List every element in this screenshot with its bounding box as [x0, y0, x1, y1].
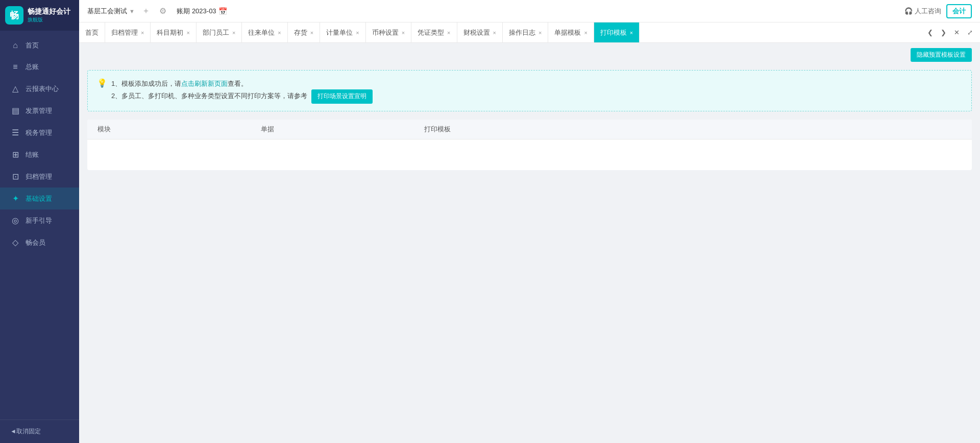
- topbar-period: 账期 2023-03 📅: [177, 7, 227, 16]
- tab-measure-unit[interactable]: 计量单位×: [320, 22, 365, 42]
- tab-close-measure-unit[interactable]: ×: [356, 30, 359, 36]
- sidebar-item-settings[interactable]: ✦基础设置: [0, 188, 79, 209]
- tab-label-supplier: 往来单位: [248, 28, 275, 37]
- sidebar-label-member: 畅会员: [26, 238, 45, 247]
- tabbar-controls: ❮ ❯ ✕ ⤢: [920, 22, 980, 42]
- tab-currency[interactable]: 币种设置×: [366, 22, 411, 42]
- tab-label-op-log: 操作日志: [509, 28, 535, 37]
- logo-icon: 畅: [5, 6, 23, 25]
- settings-icon: ✦: [10, 194, 20, 203]
- member-icon: ◇: [10, 238, 20, 247]
- tab-voucher-type[interactable]: 凭证类型×: [411, 22, 457, 42]
- notice-line1: 1、模板添加成功后，请点击刷新新页面查看。: [111, 78, 373, 89]
- guide-icon: ◎: [10, 216, 20, 225]
- tab-close-voucher-type[interactable]: ×: [447, 30, 450, 36]
- tab-label-home: 首页: [85, 28, 99, 37]
- notice-refresh-link[interactable]: 点击刷新新页面: [181, 80, 228, 87]
- sidebar-item-tax[interactable]: ☰税务管理: [0, 122, 79, 144]
- sidebar-label-settings: 基础设置: [26, 194, 52, 203]
- customer-service-button[interactable]: 🎧 人工咨询: [904, 7, 941, 16]
- sidebar-label-report: 云报表中心: [26, 84, 59, 94]
- hide-preview-template-button[interactable]: 隐藏预置模板设置: [911, 48, 972, 62]
- tab-supplier[interactable]: 往来单位×: [242, 22, 287, 42]
- sidebar-footer-cancel-pin[interactable]: ◄取消固定: [0, 419, 79, 443]
- tab-close-print-template[interactable]: ×: [630, 30, 633, 36]
- sidebar-label-invoice: 发票管理: [26, 106, 52, 115]
- notice-content: 💡 1、模板添加成功后，请点击刷新新页面查看。 2、多员工、多打印机、多种业务类…: [97, 78, 962, 104]
- tab-label-currency: 币种设置: [372, 28, 399, 37]
- tab-dept-staff[interactable]: 部门员工×: [197, 22, 242, 42]
- period-label: 账期: [177, 7, 190, 16]
- invoice-icon: ▤: [10, 106, 20, 115]
- tab-label-measure-unit: 计量单位: [326, 28, 353, 37]
- tab-single-template[interactable]: 单据模板×: [548, 22, 594, 42]
- company-dropdown-arrow: ▼: [129, 8, 135, 14]
- tab-close-archive-mgmt[interactable]: ×: [141, 30, 144, 36]
- service-label: 人工咨询: [915, 7, 941, 16]
- tab-close-op-log[interactable]: ×: [538, 30, 542, 36]
- sidebar-item-invoice[interactable]: ▤发票管理: [0, 100, 79, 122]
- tab-close-tax-settings[interactable]: ×: [493, 30, 496, 36]
- tab-subject-init[interactable]: 科目期初×: [151, 22, 196, 42]
- tab-print-template[interactable]: 打印模板×: [594, 22, 640, 42]
- col-header-template: 打印模板: [414, 125, 972, 134]
- calendar-icon: 📅: [218, 7, 227, 15]
- tab-close-subject-init[interactable]: ×: [186, 30, 189, 36]
- sidebar-label-close: 结账: [26, 150, 39, 159]
- tab-label-archive-mgmt: 归档管理: [111, 28, 138, 37]
- sidebar-label-home: 首页: [26, 41, 39, 50]
- tab-close-inventory[interactable]: ×: [310, 30, 313, 36]
- tab-archive-mgmt[interactable]: 归档管理×: [105, 22, 151, 42]
- logo-title: 畅捷通好会计: [28, 7, 70, 16]
- tab-close-dept-staff[interactable]: ×: [232, 30, 235, 36]
- content-wrapper: 隐藏预置模板设置 💡 1、模板添加成功后，请点击刷新新页面查看。 2、多员工、多…: [79, 43, 980, 443]
- sidebar-item-member[interactable]: ◇畅会员: [0, 231, 79, 253]
- table-header: 模块 单据 打印模板: [87, 120, 972, 139]
- logo-subtitle: 旗舰版: [28, 16, 70, 24]
- sidebar-item-ledger[interactable]: ≡总账: [0, 56, 79, 78]
- tab-op-log[interactable]: 操作日志×: [503, 22, 548, 42]
- tab-label-tax-settings: 财税设置: [463, 28, 490, 37]
- headset-icon: 🎧: [904, 7, 913, 15]
- add-tab-button[interactable]: ＋: [140, 6, 152, 16]
- settings-gear-icon[interactable]: ⚙: [157, 6, 168, 16]
- sidebar-item-guide[interactable]: ◎新手引导: [0, 209, 79, 231]
- tab-inventory[interactable]: 存货×: [288, 22, 320, 42]
- sidebar-item-home[interactable]: ⌂首页: [0, 35, 79, 56]
- tab-close-currency[interactable]: ×: [402, 30, 405, 36]
- topbar-company[interactable]: 基层工会测试 ▼: [87, 7, 135, 16]
- logo-text: 畅捷通好会计 旗舰版: [28, 7, 70, 24]
- col-header-doc: 单据: [251, 125, 414, 134]
- sidebar-label-ledger: 总账: [26, 62, 39, 72]
- cancel-pin-label: ◄取消固定: [10, 427, 41, 436]
- kuaiji-label: 会计: [952, 7, 966, 15]
- kuaiji-badge[interactable]: 会计: [946, 4, 972, 18]
- tab-close-all-button[interactable]: ✕: [950, 27, 963, 39]
- tab-close-single-template[interactable]: ×: [584, 30, 587, 36]
- tab-scroll-right-button[interactable]: ❯: [937, 27, 949, 39]
- tab-tax-settings[interactable]: 财税设置×: [457, 22, 503, 42]
- notice-line1-suffix: 查看。: [228, 80, 248, 87]
- content-inner: 💡 1、模板添加成功后，请点击刷新新页面查看。 2、多员工、多打印机、多种业务类…: [79, 62, 980, 178]
- topbar-right: 🎧 人工咨询 会计: [904, 4, 972, 18]
- sidebar-label-tax: 税务管理: [26, 128, 52, 137]
- sidebar-item-close[interactable]: ⊞结账: [0, 144, 79, 166]
- sidebar-label-guide: 新手引导: [26, 216, 52, 225]
- tab-home[interactable]: 首页: [79, 22, 105, 42]
- print-scene-button[interactable]: 打印场景设置宣明: [311, 89, 373, 104]
- report-icon: △: [10, 84, 20, 94]
- sidebar-item-report[interactable]: △云报表中心: [0, 78, 79, 100]
- home-icon: ⌂: [10, 41, 20, 50]
- notice-line2-prefix: 2、多员工、多打印机、多种业务类型设置不同打印方案等，请参考: [111, 92, 307, 100]
- period-value: 2023-03: [192, 7, 216, 15]
- company-name: 基层工会测试: [87, 7, 127, 16]
- sidebar-nav: ⌂首页≡总账△云报表中心▤发票管理☰税务管理⊞结账⊡归档管理✦基础设置◎新手引导…: [0, 31, 79, 419]
- tab-maximize-button[interactable]: ⤢: [964, 27, 976, 39]
- tab-scroll-left-button[interactable]: ❮: [924, 27, 936, 39]
- notice-text: 1、模板添加成功后，请点击刷新新页面查看。 2、多员工、多打印机、多种业务类型设…: [111, 78, 373, 104]
- tab-close-supplier[interactable]: ×: [278, 30, 281, 36]
- ledger-icon: ≡: [10, 62, 20, 72]
- sidebar-item-archive[interactable]: ⊡归档管理: [0, 166, 79, 188]
- archive-icon: ⊡: [10, 172, 20, 181]
- sidebar-logo: 畅 畅捷通好会计 旗舰版: [0, 0, 79, 31]
